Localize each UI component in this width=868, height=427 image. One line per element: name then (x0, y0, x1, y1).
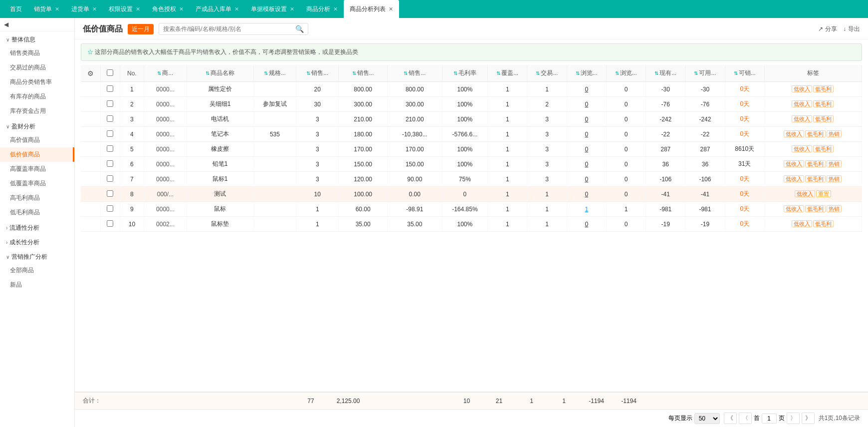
close-icon[interactable]: ✕ (290, 6, 294, 12)
cell-browse1[interactable]: 0 (567, 217, 606, 232)
sidebar-item-low-value[interactable]: 低价值商品 (0, 147, 74, 162)
column-sellable-inv[interactable]: ⇅可销... (725, 65, 764, 82)
select-all-checkbox[interactable] (107, 69, 113, 76)
cell-checkbox[interactable] (100, 172, 120, 187)
sidebar-item-all-products[interactable]: 全部商品 (0, 263, 74, 278)
sidebar-collapse-btn[interactable]: ◀ (4, 21, 8, 28)
sidebar-item-inventory-products[interactable]: 有库存的商品 (0, 89, 74, 104)
sidebar-item-inventory-capital[interactable]: 库存资金占用 (0, 104, 74, 118)
sidebar-item-category-sales[interactable]: 商品分类销售率 (0, 75, 74, 89)
browse1-link[interactable]: 0 (585, 116, 588, 123)
cell-browse1[interactable]: 0 (567, 112, 606, 127)
column-checkbox[interactable] (100, 65, 120, 82)
nav-permissions[interactable]: 权限设置 ✕ (103, 0, 146, 18)
next-page-button[interactable]: 〉 (787, 413, 800, 424)
column-sales3[interactable]: ⇅销售... (387, 65, 442, 82)
cell-browse1[interactable]: 0 (567, 187, 606, 202)
browse1-link[interactable]: 0 (585, 131, 588, 138)
cell-checkbox[interactable] (100, 97, 120, 112)
sidebar-item-low-coverage[interactable]: 低覆盖率商品 (0, 176, 74, 191)
row-checkbox[interactable] (107, 175, 113, 182)
browse1-link[interactable]: 0 (585, 86, 588, 93)
row-checkbox[interactable] (107, 145, 113, 152)
nav-finished-goods[interactable]: 产成品入库单 ✕ (190, 0, 245, 18)
sidebar-group-flow-title[interactable]: › 流通性分析 (0, 220, 74, 234)
column-browse2[interactable]: ⇅浏览... (606, 65, 646, 82)
nav-product-analysis[interactable]: 商品分析 ✕ (300, 0, 344, 18)
browse1-link[interactable]: 0 (585, 221, 588, 228)
page-number-input[interactable] (762, 414, 777, 424)
sidebar-item-low-profit[interactable]: 低毛利商品 (0, 205, 74, 220)
close-icon[interactable]: ✕ (136, 6, 140, 12)
cell-checkbox[interactable] (100, 157, 120, 172)
column-gear[interactable]: ⚙ (81, 65, 100, 82)
per-page-select[interactable]: 50 100 (694, 413, 720, 424)
column-trade[interactable]: ⇅交易... (527, 65, 567, 82)
close-icon[interactable]: ✕ (92, 6, 97, 12)
column-current-inv[interactable]: ⇅现有... (646, 65, 685, 82)
row-checkbox[interactable] (107, 220, 113, 227)
nav-product-analysis-list[interactable]: 商品分析列表 ✕ (344, 0, 399, 18)
cell-browse1[interactable]: 0 (567, 157, 606, 172)
cell-checkbox[interactable] (100, 217, 120, 232)
row-checkbox[interactable] (107, 100, 113, 107)
cell-browse1[interactable]: 1 (567, 202, 606, 217)
close-icon[interactable]: ✕ (55, 6, 59, 12)
close-icon[interactable]: ✕ (333, 6, 338, 12)
cell-checkbox[interactable] (100, 142, 120, 157)
first-page-button[interactable]: 《 (724, 413, 737, 424)
close-icon[interactable]: ✕ (179, 6, 184, 12)
browse1-link[interactable]: 0 (585, 176, 588, 183)
close-icon[interactable]: ✕ (234, 6, 239, 12)
sidebar-item-high-profit[interactable]: 高毛利商品 (0, 191, 74, 205)
cell-checkbox[interactable] (100, 127, 120, 142)
sidebar-item-high-value[interactable]: 高价值商品 (0, 133, 74, 147)
sidebar-item-traded-products[interactable]: 交易过的商品 (0, 60, 74, 75)
cell-browse1[interactable]: 0 (567, 172, 606, 187)
search-input[interactable] (163, 25, 293, 32)
nav-sales-order[interactable]: 销货单 ✕ (28, 0, 65, 18)
column-sales2[interactable]: ⇅销售... (339, 65, 388, 82)
cell-checkbox[interactable] (100, 202, 120, 217)
export-button[interactable]: ↓ 导出 (843, 25, 860, 33)
nav-template-settings[interactable]: 单据模板设置 ✕ (245, 0, 300, 18)
browse1-link[interactable]: 1 (585, 206, 588, 213)
column-code[interactable]: ⇅商... (144, 65, 187, 82)
column-browse1[interactable]: ⇅浏览... (567, 65, 606, 82)
share-button[interactable]: ↗ 分享 (818, 25, 837, 33)
gear-icon[interactable]: ⚙ (87, 69, 94, 77)
cell-browse1[interactable]: 0 (567, 97, 606, 112)
search-icon[interactable]: 🔍 (295, 25, 304, 33)
column-gross-rate[interactable]: ⇅毛利率 (442, 65, 487, 82)
cell-checkbox[interactable] (100, 112, 120, 127)
row-checkbox[interactable] (107, 115, 113, 122)
cell-checkbox[interactable] (100, 187, 120, 202)
prev-page-button[interactable]: 〈 (739, 413, 752, 424)
nav-purchase-order[interactable]: 进货单 ✕ (65, 0, 103, 18)
browse1-link[interactable]: 0 (585, 101, 588, 108)
row-checkbox[interactable] (107, 85, 113, 92)
sidebar-item-high-coverage[interactable]: 高覆盖率商品 (0, 162, 74, 176)
cell-checkbox[interactable] (100, 82, 120, 97)
row-checkbox[interactable] (107, 205, 113, 212)
cell-browse1[interactable]: 0 (567, 127, 606, 142)
nav-role-auth[interactable]: 角色授权 ✕ (146, 0, 190, 18)
row-checkbox[interactable] (107, 160, 113, 167)
close-icon[interactable]: ✕ (389, 6, 393, 12)
sidebar-group-marketing-title[interactable]: ∨ 营销推广分析 (0, 249, 74, 263)
cell-browse1[interactable]: 0 (567, 142, 606, 157)
column-available-inv[interactable]: ⇅可用... (685, 65, 725, 82)
cell-browse1[interactable]: 0 (567, 82, 606, 97)
last-page-button[interactable]: 》 (802, 413, 815, 424)
column-sales1[interactable]: ⇅销售... (296, 65, 339, 82)
sidebar-group-growth-title[interactable]: › 成长性分析 (0, 234, 74, 249)
row-checkbox[interactable] (107, 130, 113, 137)
sidebar-item-new-products[interactable]: 新品 (0, 278, 74, 292)
browse1-link[interactable]: 0 (585, 161, 588, 168)
period-tag[interactable]: 近一月 (128, 24, 154, 34)
column-name[interactable]: ⇅商品名称 (187, 65, 253, 82)
column-coverage[interactable]: ⇅覆盖... (488, 65, 527, 82)
sidebar-group-profit-title[interactable]: ∨ 盈财分析 (0, 118, 74, 133)
browse1-link[interactable]: 0 (585, 191, 588, 198)
browse1-link[interactable]: 0 (585, 146, 588, 153)
